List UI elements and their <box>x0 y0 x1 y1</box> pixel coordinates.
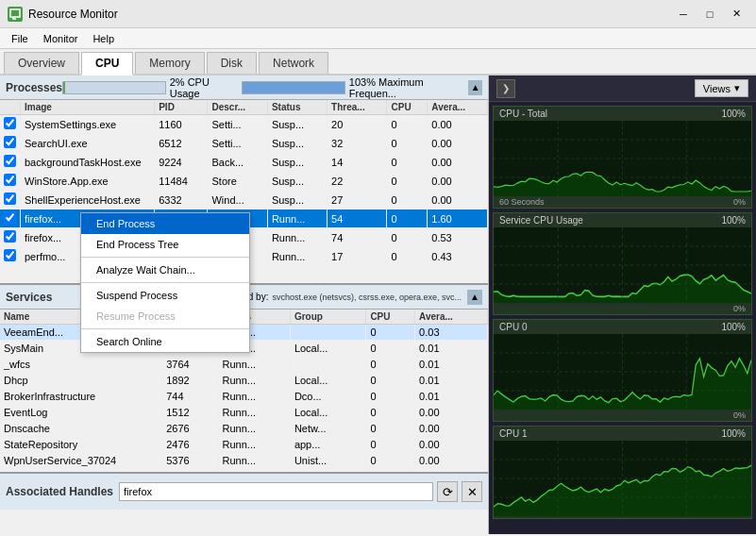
service-row[interactable]: EventLog 1512 Runn... Local... 0 0.00 <box>0 405 488 421</box>
svc-col-group[interactable]: Group <box>290 310 366 325</box>
proc-checkbox[interactable] <box>4 211 16 224</box>
process-row[interactable]: backgroundTaskHost.exe 9224 Back... Susp… <box>0 153 488 172</box>
proc-check-cell[interactable] <box>0 209 21 228</box>
chart-svg-3 <box>494 441 751 516</box>
proc-checkbox[interactable] <box>4 249 16 261</box>
menu-help[interactable]: Help <box>85 31 122 46</box>
proc-col-check[interactable] <box>0 100 21 115</box>
service-row[interactable]: WpnUserService_37024 5376 Runn... Unist.… <box>0 453 488 469</box>
service-row[interactable]: StateRepository 2476 Runn... app... 0 0.… <box>0 437 488 453</box>
proc-check-cell[interactable] <box>0 191 21 209</box>
context-menu-item-suspend-process[interactable]: Suspend Process <box>81 285 249 306</box>
handles-section: Associated Handles ⟳ ✕ <box>0 472 488 510</box>
chart-footer-2: 0% <box>494 410 751 421</box>
service-row[interactable]: Dnscache 2676 Runn... Netw... 0 0.00 <box>0 421 488 437</box>
proc-cpu-cell: 0 <box>387 228 428 247</box>
proc-pid-cell: 9224 <box>155 153 208 172</box>
proc-desc-cell: Store <box>208 172 267 191</box>
proc-check-cell[interactable] <box>0 115 21 134</box>
menu-monitor[interactable]: Monitor <box>36 31 86 46</box>
svc-status-cell: Runn... <box>218 373 290 389</box>
svc-pid-cell: 2676 <box>162 421 218 437</box>
proc-checkbox[interactable] <box>4 193 16 205</box>
proc-desc-cell: Setti... <box>208 134 267 153</box>
handles-refresh-btn[interactable]: ⟳ <box>437 481 458 502</box>
chart-footer-3 <box>494 516 751 518</box>
proc-col-threads[interactable]: Threa... <box>328 100 387 115</box>
svc-cpu-cell: 0 <box>366 453 415 469</box>
context-menu-separator <box>81 282 249 283</box>
handles-clear-btn[interactable]: ✕ <box>462 481 482 502</box>
context-menu-item-end-process[interactable]: End Process <box>81 213 249 234</box>
chart-header-0: CPU - Total 100% <box>494 107 751 121</box>
services-collapse-btn[interactable]: ▲ <box>467 290 482 305</box>
maximize-button[interactable]: □ <box>697 5 722 24</box>
proc-desc-cell: Back... <box>208 153 267 172</box>
close-button[interactable]: ✕ <box>724 5 748 24</box>
views-button[interactable]: Views ▾ <box>695 79 748 97</box>
proc-status-cell: Susp... <box>267 134 327 153</box>
processes-section-header[interactable]: Processes 2% CPU Usage 103% Maximum Freq… <box>0 75 488 100</box>
svc-group-cell: Netw... <box>290 421 366 437</box>
handles-search-input[interactable] <box>119 482 433 501</box>
proc-checkbox[interactable] <box>4 117 16 129</box>
svc-name-cell: StateRepository <box>0 437 162 453</box>
context-menu-item-end-process-tree[interactable]: End Process Tree <box>81 234 249 255</box>
chart-pct-0: 100% <box>721 109 746 119</box>
context-menu-item-search-online[interactable]: Search Online <box>81 331 249 352</box>
proc-check-cell[interactable] <box>0 134 21 153</box>
process-row[interactable]: ShellExperienceHost.exe 6332 Wind... Sus… <box>0 191 488 209</box>
service-row[interactable]: BrokerInfrastructure 744 Runn... Dco... … <box>0 389 488 405</box>
processes-collapse-btn[interactable]: ▲ <box>468 80 482 95</box>
svc-cpu-cell: 0 <box>366 357 415 373</box>
app-icon <box>8 7 23 22</box>
svc-avg-cell: 0.01 <box>415 357 488 373</box>
expand-button[interactable]: ❯ <box>496 79 515 98</box>
minimize-button[interactable]: ─ <box>671 5 696 24</box>
process-row[interactable]: WinStore.App.exe 11484 Store Susp... 22 … <box>0 172 488 191</box>
proc-checkbox[interactable] <box>4 155 16 167</box>
cpu-usage-text: 2% CPU Usage <box>170 76 236 99</box>
proc-col-status[interactable]: Status <box>267 100 327 115</box>
proc-check-cell[interactable] <box>0 228 21 247</box>
proc-threads-cell: 54 <box>328 209 387 228</box>
proc-checkbox[interactable] <box>4 136 16 148</box>
proc-cpu-cell: 0 <box>387 209 428 228</box>
tab-memory[interactable]: Memory <box>135 52 204 74</box>
proc-check-cell[interactable] <box>0 172 21 191</box>
tab-overview[interactable]: Overview <box>4 52 79 74</box>
proc-checkbox[interactable] <box>4 174 16 186</box>
proc-check-cell[interactable] <box>0 247 21 266</box>
tab-disk[interactable]: Disk <box>207 52 257 74</box>
tab-network[interactable]: Network <box>259 52 328 74</box>
svc-pid-cell: 3764 <box>162 357 218 373</box>
chart-title-0: CPU - Total <box>499 109 547 119</box>
proc-threads-cell: 20 <box>328 115 387 134</box>
svc-col-avg[interactable]: Avera... <box>415 310 488 325</box>
svc-avg-cell: 0.00 <box>415 421 488 437</box>
tab-cpu[interactable]: CPU <box>81 52 133 75</box>
proc-col-image[interactable]: Image <box>21 100 155 115</box>
menu-file[interactable]: File <box>4 31 36 46</box>
svc-col-cpu[interactable]: CPU <box>366 310 415 325</box>
proc-status-cell: Runn... <box>267 247 327 266</box>
svc-group-cell: Unist... <box>290 453 366 469</box>
svc-group-cell: Local... <box>290 405 366 421</box>
proc-col-desc[interactable]: Descr... <box>208 100 267 115</box>
service-row[interactable]: _wfcs 3764 Runn... 0 0.01 <box>0 357 488 373</box>
proc-cpu-cell: 0 <box>387 247 428 266</box>
proc-col-pid[interactable]: PID <box>155 100 208 115</box>
proc-check-cell[interactable] <box>0 153 21 172</box>
process-row[interactable]: SearchUI.exe 6512 Setti... Susp... 32 0 … <box>0 134 488 153</box>
context-menu-item-analyze-wait-chain[interactable]: Analyze Wait Chain... <box>81 260 249 280</box>
menu-bar: File Monitor Help <box>0 28 756 49</box>
proc-checkbox[interactable] <box>4 230 16 243</box>
proc-col-cpu[interactable]: CPU <box>387 100 428 115</box>
chart-footer-1: 0% <box>494 303 751 314</box>
svc-cpu-cell: 0 <box>366 421 415 437</box>
proc-col-avg[interactable]: Avera... <box>428 100 488 115</box>
service-row[interactable]: Dhcp 1892 Runn... Local... 0 0.01 <box>0 373 488 389</box>
services-filter-info: Filtered by: svchost.exe (netsvcs), csrs… <box>222 292 462 302</box>
service-row[interactable]: WinDefend 3400 Runn... 0 0.00 <box>0 469 488 473</box>
process-row[interactable]: SystemSettings.exe 1160 Setti... Susp...… <box>0 115 488 134</box>
